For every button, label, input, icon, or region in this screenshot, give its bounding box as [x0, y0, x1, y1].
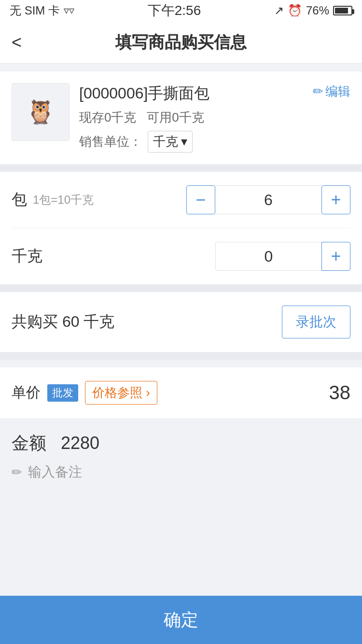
quantity-section: 包 1包=10千克 − + 千克 + — [0, 172, 362, 284]
quantity-row-kg: 千克 + — [12, 228, 350, 284]
qty-input-kg[interactable] — [215, 242, 321, 271]
price-section: 单价 批发 价格参照 › 38 — [0, 367, 362, 418]
edit-button[interactable]: ✏ 编辑 — [313, 83, 350, 100]
status-right: ↗ ⏰ 76% — [274, 4, 352, 17]
total-text: 共购买 60 千克 — [12, 311, 114, 333]
total-section: 共购买 60 千克 录批次 — [0, 292, 362, 352]
note-placeholder: 输入备注 — [28, 463, 82, 481]
increment-kg-button[interactable]: + — [321, 242, 350, 271]
confirm-section[interactable]: 确定 — [0, 596, 362, 644]
edit-icon: ✏ — [313, 84, 323, 99]
status-bar: 无 SIM 卡 ▿▿ 下午2:56 ↗ ⏰ 76% — [0, 0, 362, 21]
qty-hint-bao: 1包=10千克 — [33, 192, 94, 208]
price-value: 38 — [329, 382, 351, 404]
battery-percent: 76% — [306, 4, 329, 17]
pencil-icon: ✏ — [12, 465, 22, 480]
location-icon: ↗ — [274, 4, 284, 17]
product-name: [0000006]手撕面包 — [79, 83, 209, 104]
page-title: 填写商品购买信息 — [115, 31, 247, 54]
confirm-button-label: 确定 — [164, 608, 198, 632]
quantity-row-bao: 包 1包=10千克 − + — [12, 172, 350, 228]
decrement-bao-button[interactable]: − — [186, 185, 215, 214]
back-button[interactable]: < — [12, 32, 22, 53]
price-ref-button[interactable]: 价格参照 › — [85, 381, 157, 405]
qty-input-bao[interactable] — [215, 185, 321, 214]
nav-bar: < 填写商品购买信息 — [0, 21, 362, 64]
carrier-text: 无 SIM 卡 — [10, 3, 60, 18]
product-image: 🦉 — [12, 83, 70, 141]
batch-tag: 批发 — [47, 384, 78, 402]
edit-label: 编辑 — [325, 83, 350, 100]
amount-number: 2280 — [61, 433, 99, 453]
status-left: 无 SIM 卡 ▿▿ — [10, 3, 74, 18]
product-top-row: [0000006]手撕面包 ✏ 编辑 — [79, 83, 350, 109]
unit-label: 销售单位： — [79, 133, 142, 150]
amount-row: 金额 2280 — [12, 432, 350, 455]
chevron-down-icon: ▾ — [181, 134, 187, 149]
price-left: 单价 批发 价格参照 › — [12, 381, 157, 405]
qty-label-text-kg: 千克 — [12, 246, 42, 267]
alarm-icon: ⏰ — [288, 4, 302, 17]
price-label: 单价 — [12, 383, 41, 403]
divider-1 — [0, 164, 362, 172]
qty-label-kg: 千克 — [12, 246, 42, 267]
battery-icon — [333, 6, 352, 15]
qty-control-bao: − + — [186, 185, 350, 214]
qty-label-text-bao: 包 — [12, 189, 27, 210]
unit-value: 千克 — [153, 133, 178, 150]
divider-3 — [0, 352, 362, 360]
unit-select[interactable]: 千克 ▾ — [148, 131, 193, 153]
qty-control-kg: + — [215, 242, 350, 271]
stock-value: 现存0千克 — [79, 110, 136, 125]
qty-label-bao: 包 1包=10千克 — [12, 189, 94, 210]
note-row[interactable]: ✏ 输入备注 — [12, 463, 350, 481]
increment-bao-button[interactable]: + — [321, 185, 350, 214]
product-info: [0000006]手撕面包 ✏ 编辑 现存0千克 可用0千克 销售单位： 千克 … — [79, 83, 350, 153]
amount-value — [51, 433, 56, 453]
amount-label: 金额 — [12, 433, 46, 453]
status-time: 下午2:56 — [148, 1, 201, 20]
product-section: 🦉 [0000006]手撕面包 ✏ 编辑 现存0千克 可用0千克 销售单位： 千… — [0, 71, 362, 164]
available-value: 可用0千克 — [147, 110, 204, 125]
wifi-icon: ▿▿ — [64, 4, 74, 17]
product-logo-icon: 🦉 — [26, 98, 55, 126]
record-batch-button[interactable]: 录批次 — [282, 306, 350, 338]
product-stock: 现存0千克 可用0千克 — [79, 109, 350, 126]
divider-2 — [0, 284, 362, 292]
product-unit-row: 销售单位： 千克 ▾ — [79, 131, 350, 153]
amount-section: 金额 2280 ✏ 输入备注 — [0, 418, 362, 491]
